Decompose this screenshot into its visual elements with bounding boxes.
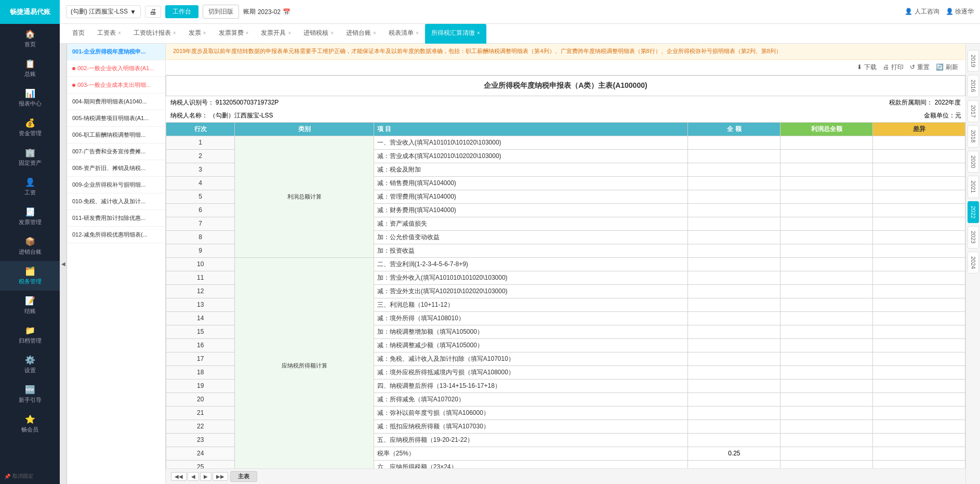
unpin-button[interactable]: 📌 取消固定: [0, 468, 60, 484]
tab-salary-report[interactable]: 工资统计报表 ×: [127, 24, 182, 44]
amount-cell[interactable]: [688, 217, 780, 230]
tab-invoice[interactable]: 发票 ×: [182, 24, 213, 44]
profit-cell[interactable]: [780, 447, 873, 460]
sidebar-item-settings[interactable]: ⚙️ 设置: [0, 350, 60, 380]
year-2024[interactable]: 2024: [968, 252, 979, 273]
amount-cell[interactable]: [688, 244, 780, 257]
close-icon[interactable]: ×: [118, 30, 121, 36]
tab-income-tax[interactable]: 所得税汇算清缴 ×: [425, 24, 486, 44]
left-panel-item-011[interactable]: 011-研发费用加计扣除优惠...: [67, 210, 165, 227]
amount-cell[interactable]: [688, 393, 780, 406]
period-selector[interactable]: 账期 2023-02 📅: [243, 7, 290, 16]
switch-old-button[interactable]: 切到旧版: [203, 5, 239, 19]
diff-cell[interactable]: [873, 338, 965, 352]
profit-cell[interactable]: [780, 244, 873, 257]
amount-cell[interactable]: [688, 460, 780, 468]
year-2017[interactable]: 2017: [968, 100, 979, 122]
diff-cell[interactable]: [873, 406, 965, 420]
profit-cell[interactable]: [780, 298, 873, 311]
amount-cell[interactable]: [688, 136, 780, 149]
amount-cell[interactable]: [688, 257, 780, 271]
diff-cell[interactable]: [873, 325, 965, 338]
diff-cell[interactable]: [873, 379, 965, 393]
year-2021[interactable]: 2021: [968, 176, 979, 198]
year-2019[interactable]: 2019: [968, 50, 979, 72]
left-panel-item-010[interactable]: 010-免税、减计收入及加计...: [67, 193, 165, 210]
sidebar-item-assets[interactable]: 🏢 固定资产: [0, 142, 60, 172]
sidebar-item-finance[interactable]: 💰 资金管理: [0, 113, 60, 142]
profit-cell[interactable]: [780, 190, 873, 203]
diff-cell[interactable]: [873, 460, 965, 468]
diff-cell[interactable]: [873, 393, 965, 406]
sidebar-item-tax[interactable]: 🗂️ 税务管理: [0, 261, 60, 291]
diff-cell[interactable]: [873, 420, 965, 433]
profit-cell[interactable]: [780, 420, 873, 433]
diff-cell[interactable]: [873, 176, 965, 190]
diff-cell[interactable]: [873, 244, 965, 257]
tab-purchase-ledger[interactable]: 进销台账 ×: [340, 24, 382, 44]
amount-cell[interactable]: [688, 190, 780, 203]
table-row[interactable]: 1利润总额计算一、营业收入(填写A101010\101020\103000): [166, 136, 965, 149]
profit-cell[interactable]: [780, 230, 873, 244]
amount-cell[interactable]: [688, 406, 780, 420]
amount-cell[interactable]: [688, 230, 780, 244]
left-panel-item-004[interactable]: 004-期间费用明细表(A1040...: [67, 94, 165, 110]
download-button[interactable]: ⬇ 下载: [857, 63, 877, 72]
tab-salary[interactable]: 工资表 ×: [91, 24, 127, 44]
profit-cell[interactable]: [780, 406, 873, 420]
amount-cell[interactable]: [688, 298, 780, 311]
profit-cell[interactable]: [780, 149, 873, 163]
amount-cell[interactable]: [688, 203, 780, 217]
prev-sheet-btn[interactable]: ◀◀: [171, 472, 187, 481]
amount-cell[interactable]: [688, 433, 780, 447]
diff-cell[interactable]: [873, 203, 965, 217]
profit-cell[interactable]: [780, 365, 873, 379]
year-2018[interactable]: 2018: [968, 125, 979, 147]
left-panel-item-012[interactable]: 012-减免所得税优惠明细表(...: [67, 227, 165, 243]
amount-cell[interactable]: [688, 365, 780, 379]
diff-cell[interactable]: [873, 163, 965, 176]
diff-cell[interactable]: [873, 284, 965, 298]
print-button[interactable]: 🖨 打印: [883, 63, 904, 72]
diff-cell[interactable]: [873, 365, 965, 379]
next-btn[interactable]: ▶: [200, 472, 211, 481]
diff-cell[interactable]: [873, 271, 965, 284]
next-sheet-btn[interactable]: ▶▶: [213, 472, 228, 481]
profit-cell[interactable]: [780, 460, 873, 468]
company-selector[interactable]: (勾删) 江西服宝-LSS ▼: [66, 5, 141, 18]
tab-purchase-tax[interactable]: 进销税核 ×: [297, 24, 340, 44]
close-icon[interactable]: ×: [416, 30, 419, 36]
sidebar-item-archive[interactable]: 📁 归档管理: [0, 320, 60, 350]
diff-cell[interactable]: [873, 190, 965, 203]
close-icon[interactable]: ×: [203, 30, 206, 36]
diff-cell[interactable]: [873, 136, 965, 149]
profit-cell[interactable]: [780, 217, 873, 230]
sidebar-item-close[interactable]: 📝 结账: [0, 291, 60, 320]
diff-cell[interactable]: [873, 230, 965, 244]
amount-cell[interactable]: 0.25: [688, 447, 780, 460]
diff-cell[interactable]: [873, 217, 965, 230]
diff-cell[interactable]: [873, 311, 965, 325]
close-icon[interactable]: ×: [373, 30, 376, 36]
sidebar-item-report[interactable]: 📊 报表中心: [0, 83, 60, 113]
sidebar-item-home[interactable]: 🏠 首页: [0, 24, 60, 54]
refresh-button[interactable]: 🔄 刷新: [936, 63, 958, 72]
sidebar-item-purchase[interactable]: 📦 进销台账: [0, 231, 60, 261]
profit-cell[interactable]: [780, 352, 873, 365]
year-2022[interactable]: 2022: [968, 201, 979, 223]
profit-cell[interactable]: [780, 325, 873, 338]
profit-cell[interactable]: [780, 271, 873, 284]
diff-cell[interactable]: [873, 257, 965, 271]
close-icon[interactable]: ×: [477, 30, 480, 36]
profit-cell[interactable]: [780, 257, 873, 271]
tab-tax-list[interactable]: 税表清单 ×: [382, 24, 425, 44]
tab-invoice-calc[interactable]: 发票算费 ×: [213, 24, 255, 44]
profit-cell[interactable]: [780, 379, 873, 393]
diff-cell[interactable]: [873, 447, 965, 460]
left-panel-item-006[interactable]: 006-职工薪酬纳税调整明细...: [67, 127, 165, 143]
close-icon[interactable]: ×: [288, 30, 291, 36]
profit-cell[interactable]: [780, 284, 873, 298]
tab-invoice-open[interactable]: 发票开具 ×: [255, 24, 297, 44]
left-panel-item-003[interactable]: 003-一般企业成本支出明细...: [67, 77, 165, 94]
amount-cell[interactable]: [688, 311, 780, 325]
